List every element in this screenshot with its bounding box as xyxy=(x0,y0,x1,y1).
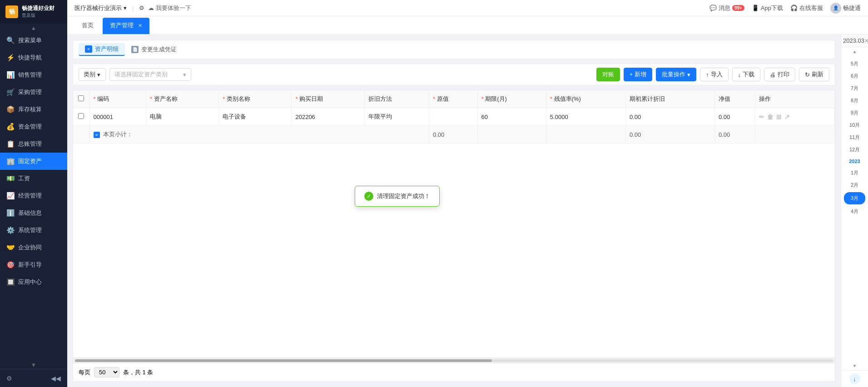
toast-message: 清理固定资产成功！ xyxy=(377,192,430,200)
timeline-close-button[interactable]: ✕ xyxy=(864,38,868,44)
sidebar-bottom: ⚙ ◀◀ xyxy=(0,369,67,387)
user-menu[interactable]: 👤 畅捷通 xyxy=(830,3,861,14)
subtotal-row: ≡ 本页小计： 0.00 0.00 0.00 xyxy=(73,126,835,144)
delete-icon[interactable]: 🗑 xyxy=(767,113,774,120)
timeline-month-11[interactable]: 11月 xyxy=(841,131,868,144)
gear-icon: ⚙ xyxy=(139,5,144,11)
sidebar-item-sales[interactable]: 📊 销售管理 xyxy=(0,66,67,84)
sidebar-item-system[interactable]: ⚙️ 系统管理 xyxy=(0,222,67,239)
per-page-select[interactable]: 50 10 20 100 xyxy=(94,367,119,377)
subtotal-empty-4 xyxy=(755,126,834,144)
sidebar-item-purchase[interactable]: 🛒 采购管理 xyxy=(0,84,67,101)
row-code: 000001 xyxy=(89,108,146,126)
print-button[interactable]: 🖨 打印 xyxy=(764,68,795,81)
download-icon: ↓ xyxy=(738,71,741,78)
th-net-value: 净值 xyxy=(714,90,755,108)
timeline-month-10[interactable]: 10月 xyxy=(841,119,868,131)
row-period: 60 xyxy=(477,108,546,126)
settings-icon[interactable]: ⚙ xyxy=(6,375,12,382)
tab-asset-management[interactable]: 资产管理 ✕ xyxy=(103,18,149,34)
company-dropdown-icon: ▾ xyxy=(124,5,127,11)
sidebar-item-beginner[interactable]: 🎯 新手引导 xyxy=(0,256,67,273)
table-scroll[interactable]: 编码 资产名称 类别名称 购买日期 折旧方法 原值 期限(月) 残值率(%) 期… xyxy=(73,90,835,357)
download-icon: 📱 xyxy=(752,5,759,11)
timeline-month-4[interactable]: 4月 xyxy=(841,205,868,218)
category-input[interactable]: 请选择固定资产类别 ▾ xyxy=(109,68,191,81)
collapse-icon[interactable]: ◀◀ xyxy=(51,375,61,382)
gear-settings[interactable]: ⚙ xyxy=(139,5,144,11)
messages-button[interactable]: 💬 消息 99+ xyxy=(709,4,744,12)
username: 畅捷通 xyxy=(843,4,861,12)
success-toast: ✓ 清理固定资产成功！ xyxy=(355,186,440,207)
row-category: 电子设备 xyxy=(219,108,292,126)
timeline-month-7[interactable]: 7月 xyxy=(841,82,868,94)
sidebar-item-quick-nav[interactable]: ⚡ 快捷导航 xyxy=(0,49,67,66)
main-panel: ≡ 资产明细 📄 变更生成凭证 类别 ▾ 请选择固定资产类别 xyxy=(67,35,841,387)
timeline-down-circle[interactable]: ↓ xyxy=(849,373,860,384)
sidebar-item-app-center[interactable]: 🔲 应用中心 xyxy=(0,273,67,291)
sidebar-item-label: 销售管理 xyxy=(18,71,42,79)
more-icon[interactable]: ↗ xyxy=(784,113,790,120)
messages-badge: 99+ xyxy=(732,5,744,11)
category-select[interactable]: 类别 ▾ xyxy=(79,68,106,81)
operations-icon: 📈 xyxy=(6,192,15,200)
sidebar-item-operations[interactable]: 📈 经营管理 xyxy=(0,187,67,204)
row-name: 电脑 xyxy=(146,108,219,126)
sidebar-item-search[interactable]: 🔍 搜索菜单 xyxy=(0,32,67,49)
sidebar-item-label: 固定资产 xyxy=(18,157,42,165)
timeline-header: 2023.03 ✕ ⤡ xyxy=(841,35,868,47)
app-title: 畅捷通好业财 xyxy=(22,5,55,12)
timeline-scroll-down[interactable]: ▼ xyxy=(841,362,868,370)
sidebar-item-enterprise[interactable]: 🤝 企业协同 xyxy=(0,239,67,256)
timeline-year-2023[interactable]: 2023 xyxy=(841,156,868,167)
timeline-month-2[interactable]: 2月 xyxy=(841,179,868,191)
sidebar-item-basic-info[interactable]: ℹ️ 基础信息 xyxy=(0,204,67,222)
bottom-scrollbar[interactable] xyxy=(73,357,835,363)
edit-icon[interactable]: ✏ xyxy=(759,113,764,120)
funds-icon: 💰 xyxy=(6,123,15,131)
subtotal-initial: 0.00 xyxy=(625,126,714,144)
sidebar-item-inventory[interactable]: 📦 库存核算 xyxy=(0,101,67,118)
batch-ops-button[interactable]: 批量操作 ▾ xyxy=(656,68,696,81)
row-actions-cell: ✏ 🗑 ⊞ ↗ xyxy=(755,108,834,126)
timeline-month-8[interactable]: 8月 xyxy=(841,94,868,107)
timeline-month-1[interactable]: 1月 xyxy=(841,167,868,179)
sub-tab-change-voucher[interactable]: 📄 变更生成凭证 xyxy=(125,44,183,55)
sidebar-item-label: 经营管理 xyxy=(18,192,42,200)
new-button[interactable]: + 新增 xyxy=(624,68,652,81)
timeline-month-12[interactable]: 12月 xyxy=(841,144,868,156)
timeline-month-6[interactable]: 6月 xyxy=(841,70,868,82)
success-icon: ✓ xyxy=(364,192,373,201)
timeline-scroll-up[interactable]: ▲ xyxy=(841,47,868,56)
change-voucher-icon: 📄 xyxy=(131,46,139,53)
import-button[interactable]: ↑ 导入 xyxy=(700,68,729,81)
experience-link[interactable]: ☁ 我要体验一下 xyxy=(148,4,191,12)
row-checkbox[interactable] xyxy=(78,113,84,119)
toolbar: 类别 ▾ 请选择固定资产类别 ▾ 对账 + 新增 xyxy=(73,64,835,85)
timeline-scroll[interactable]: 5月 6月 7月 8月 9月 10月 11月 12月 2023 1月 2月 3月… xyxy=(841,56,868,362)
sidebar-item-funds[interactable]: 💰 资金管理 xyxy=(0,118,67,135)
tab-home[interactable]: 首页 xyxy=(74,18,101,34)
download-button[interactable]: ↓ 下载 xyxy=(732,68,761,81)
refresh-button[interactable]: ↻ 刷新 xyxy=(799,68,829,81)
select-all-checkbox[interactable] xyxy=(78,95,84,101)
timeline-month-5[interactable]: 5月 xyxy=(841,58,868,70)
sidebar-item-fixed-assets[interactable]: 🏢 固定资产 xyxy=(0,153,67,170)
sidebar-scroll-down[interactable]: ▼ xyxy=(0,361,67,369)
reconcile-button[interactable]: 对账 xyxy=(596,68,620,81)
row-purchase-date: 202206 xyxy=(292,108,364,126)
tab-close-icon[interactable]: ✕ xyxy=(138,23,142,28)
timeline-month-3-current[interactable]: 3月 xyxy=(844,192,865,204)
app-download-button[interactable]: 📱 App下载 xyxy=(752,4,783,12)
experience-label: 我要体验一下 xyxy=(156,4,191,12)
sub-tab-asset-detail[interactable]: ≡ 资产明细 xyxy=(79,43,125,56)
sidebar-item-payroll[interactable]: 💵 工资 xyxy=(0,170,67,187)
sidebar-item-ledger[interactable]: 📋 总账管理 xyxy=(0,135,67,153)
timeline-month-9[interactable]: 9月 xyxy=(841,107,868,119)
company-selector[interactable]: 医疗器械行业演示 ▾ xyxy=(74,4,127,12)
customer-service-button[interactable]: 🎧 在线客服 xyxy=(790,4,823,12)
row-checkbox-cell xyxy=(73,108,89,126)
sidebar-scroll-up[interactable]: ▲ xyxy=(0,24,67,32)
copy-icon[interactable]: ⊞ xyxy=(776,113,782,120)
sales-icon: 📊 xyxy=(6,71,15,79)
